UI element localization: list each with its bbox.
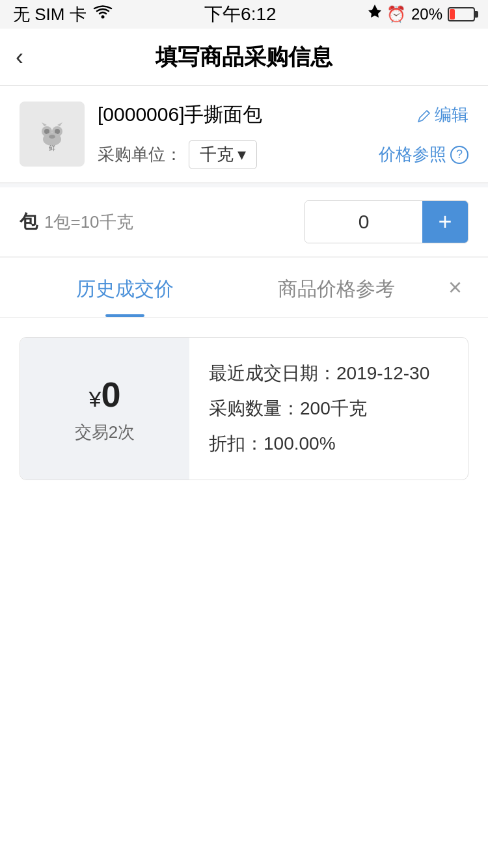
page-header: ‹ 填写商品采购信息 — [0, 29, 488, 86]
history-price-value: ¥0 — [89, 374, 121, 414]
product-section: 鲜 [0000006]手撕面包 编辑 采购单位： 千克 — [0, 86, 488, 182]
main-content-area — [0, 500, 488, 868]
dropdown-arrow-icon: ▾ — [237, 144, 246, 165]
purchase-qty-value: 200千克 — [300, 398, 367, 418]
product-header-row: [0000006]手撕面包 编辑 — [98, 102, 468, 128]
history-details: 最近成交日期：2019-12-30 采购数量：200千克 折扣：100.00% — [189, 338, 468, 480]
battery-icon — [448, 7, 475, 21]
tabs-header: 历史成交价 商品价格参考 × — [0, 258, 488, 318]
page-title: 填写商品采购信息 — [156, 42, 332, 72]
wifi-icon — [93, 5, 113, 25]
svg-point-6 — [49, 135, 55, 139]
recent-date-value: 2019-12-30 — [336, 363, 429, 383]
unit-label: 采购单位： — [98, 143, 182, 166]
product-info: [0000006]手撕面包 编辑 采购单位： 千克 ▾ — [98, 102, 468, 169]
purchase-qty-row: 采购数量：200千克 — [209, 396, 448, 421]
unit-dropdown[interactable]: 千克 ▾ — [189, 140, 257, 169]
recent-date-row: 最近成交日期：2019-12-30 — [209, 361, 448, 386]
quantity-controls: + — [305, 200, 468, 243]
edit-icon — [418, 108, 432, 122]
history-card: ¥0 交易2次 最近成交日期：2019-12-30 采购数量：200千克 折扣：… — [20, 337, 468, 480]
quantity-plus-button[interactable]: + — [422, 201, 468, 243]
svg-point-0 — [101, 15, 104, 18]
location-icon — [368, 5, 381, 24]
transaction-count: 交易2次 — [75, 421, 135, 444]
back-button[interactable]: ‹ — [16, 44, 23, 71]
svg-text:鲜: 鲜 — [49, 144, 55, 152]
currency-symbol: ¥ — [89, 387, 102, 411]
status-left: 无 SIM 卡 — [13, 3, 113, 26]
discount-row: 折扣：100.00% — [209, 431, 448, 456]
recent-date-label: 最近成交日期： — [209, 363, 336, 383]
alarm-icon: ⏰ — [386, 5, 406, 23]
product-thumbnail: 鲜 — [20, 102, 85, 167]
status-time: 下午6:12 — [204, 2, 277, 27]
product-row: 鲜 [0000006]手撕面包 编辑 采购单位： 千克 — [20, 102, 468, 169]
discount-value: 100.00% — [264, 433, 336, 454]
battery-percent: 20% — [411, 5, 442, 23]
unit-value: 千克 — [200, 143, 234, 166]
unit-left: 采购单位： 千克 ▾ — [98, 140, 257, 169]
price-reference-button[interactable]: 价格参照 ? — [379, 143, 468, 166]
tab-close-button[interactable]: × — [442, 267, 468, 308]
unit-ratio-label: 1包=10千克 — [44, 211, 133, 234]
status-bar: 无 SIM 卡 下午6:12 ⏰ 20% — [0, 0, 488, 29]
quantity-input[interactable] — [305, 201, 422, 243]
edit-button[interactable]: 编辑 — [418, 103, 468, 126]
price-ref-help-icon: ? — [450, 146, 468, 164]
price-ref-label: 价格参照 — [379, 143, 446, 166]
status-right: ⏰ 20% — [368, 5, 475, 24]
tabs-section: 历史成交价 商品价格参考 × ¥0 交易2次 最近成交日期：2019-12-30… — [0, 258, 488, 500]
history-price-summary: ¥0 交易2次 — [20, 338, 189, 480]
carrier-text: 无 SIM 卡 — [13, 3, 87, 26]
purchase-qty-label: 采购数量： — [209, 398, 300, 418]
history-content: ¥0 交易2次 最近成交日期：2019-12-30 采购数量：200千克 折扣：… — [0, 318, 488, 500]
product-name: [0000006]手撕面包 — [98, 102, 262, 128]
tab-product-price-ref[interactable]: 商品价格参考 — [230, 258, 441, 317]
quantity-label: 包 1包=10千克 — [20, 210, 133, 234]
tab-history-price[interactable]: 历史成交价 — [20, 258, 230, 317]
quantity-row: 包 1包=10千克 + — [0, 187, 488, 256]
package-icon: 包 — [20, 210, 38, 234]
unit-row: 采购单位： 千克 ▾ 价格参照 ? — [98, 140, 468, 169]
product-image-icon: 鲜 — [33, 115, 72, 154]
discount-label: 折扣： — [209, 433, 264, 454]
